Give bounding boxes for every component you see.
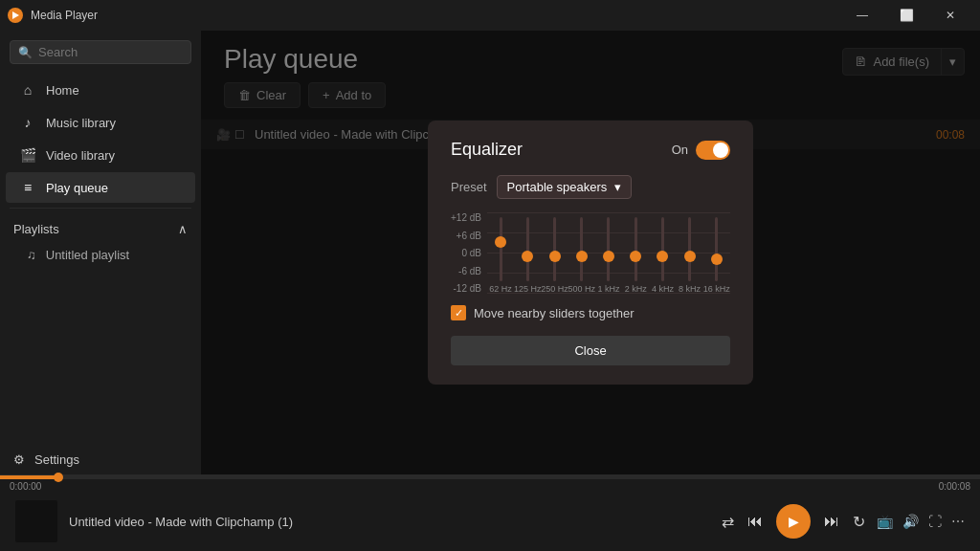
eq-freq-1khz: 1 kHz	[597, 284, 619, 294]
progress-fill	[0, 475, 58, 479]
queue-icon: ≡	[19, 180, 36, 195]
eq-track-4khz[interactable]	[661, 217, 664, 281]
eq-thumb-4khz[interactable]	[657, 251, 668, 262]
eq-preset-select[interactable]: Portable speakers ▾	[497, 175, 633, 199]
sidebar-item-video-library[interactable]: 🎬 Video library	[6, 140, 195, 170]
eq-thumb-500hz[interactable]	[576, 251, 588, 262]
more-options-button[interactable]: ⋯	[951, 514, 965, 529]
player-times: 0:00:00 0:00:08	[0, 479, 980, 492]
progress-dot	[54, 473, 63, 482]
eq-freq-16khz: 16 kHz	[703, 284, 730, 294]
volume-button[interactable]: 🔊	[902, 514, 919, 529]
eq-thumb-62hz[interactable]	[495, 236, 506, 248]
eq-track-16khz[interactable]	[715, 217, 718, 281]
eq-track-62hz[interactable]	[500, 217, 502, 281]
eq-track-125hz[interactable]	[526, 217, 529, 281]
video-icon: 🎬	[19, 147, 36, 163]
sidebar-item-video-label: Video library	[46, 148, 115, 163]
player-right-controls: 📺 🔊 ⛶ ⋯	[877, 514, 965, 529]
close-button[interactable]: ✕	[928, 0, 972, 31]
player-controls: ⇄ ⏮ ▶ ⏭ ↻	[722, 504, 865, 539]
playlists-collapse-icon: ∧	[178, 222, 188, 236]
sidebar-item-home-label: Home	[46, 83, 79, 98]
eq-toggle[interactable]: On	[672, 141, 730, 160]
eq-thumb-125hz[interactable]	[522, 251, 533, 262]
eq-track-2khz[interactable]	[635, 217, 637, 281]
sidebar-item-music-library[interactable]: ♪ Music library	[6, 107, 195, 138]
eq-move-nearby-checkbox[interactable]: ✓	[451, 305, 466, 320]
music-icon: ♪	[19, 115, 36, 130]
eq-freq-125hz: 125 Hz	[514, 284, 542, 294]
play-button[interactable]: ▶	[776, 504, 811, 539]
playlists-header[interactable]: Playlists ∧	[0, 216, 201, 242]
shuffle-button[interactable]: ⇄	[722, 513, 734, 531]
sidebar-item-home[interactable]: ⌂ Home	[6, 75, 195, 105]
eq-preset-label: Preset	[451, 180, 487, 194]
window-controls: — ⬜ ✕	[840, 0, 972, 31]
cast-button[interactable]: 📺	[877, 514, 893, 529]
equalizer-dialog: Equalizer On Preset Portable speakers ▾	[428, 121, 753, 385]
eq-band-2khz: 2 kHz	[622, 212, 649, 294]
eq-sliders-container: +12 dB +6 dB 0 dB -6 dB -12 dB	[451, 212, 730, 294]
eq-thumb-8khz[interactable]	[684, 251, 696, 262]
eq-close-button[interactable]: Close	[451, 336, 730, 365]
eq-label-plus6: +6 dB	[451, 231, 481, 241]
fullscreen-button[interactable]: ⛶	[928, 514, 942, 529]
next-button[interactable]: ⏭	[824, 513, 839, 530]
eq-band-1khz: 1 kHz	[595, 212, 622, 294]
settings-label: Settings	[34, 452, 79, 467]
sidebar: 🔍 ⌂ Home ♪ Music library 🎬 Video library…	[0, 31, 201, 474]
titlebar-left: Media Player	[8, 8, 98, 23]
player-main: Untitled video - Made with Clipchamp (1)…	[0, 492, 980, 551]
search-input[interactable]	[38, 45, 199, 59]
settings-icon: ⚙	[13, 452, 25, 467]
eq-toggle-track[interactable]	[696, 141, 730, 160]
eq-label-plus12: +12 dB	[451, 212, 481, 223]
eq-band-250hz: 250 Hz	[542, 212, 568, 294]
eq-label-zero: 0 dB	[451, 248, 481, 258]
eq-move-nearby-label: Move nearby sliders together	[474, 306, 635, 320]
playlist-icon: ♫	[27, 248, 36, 262]
titlebar: Media Player — ⬜ ✕	[0, 0, 980, 31]
overlay: Equalizer On Preset Portable speakers ▾	[201, 31, 980, 474]
eq-track-500hz[interactable]	[580, 217, 583, 281]
eq-band-8khz: 8 kHz	[677, 212, 703, 294]
minimize-button[interactable]: —	[840, 0, 884, 31]
eq-track-250hz[interactable]	[553, 217, 556, 281]
repeat-button[interactable]: ↻	[853, 513, 865, 531]
eq-sliders-area: 62 Hz 125 Hz	[487, 212, 730, 294]
eq-track-1khz[interactable]	[607, 217, 610, 281]
sidebar-divider	[10, 208, 191, 209]
eq-freq-4khz: 4 kHz	[652, 284, 674, 294]
eq-toggle-thumb	[713, 143, 728, 158]
eq-thumb-250hz[interactable]	[549, 251, 561, 262]
eq-thumb-16khz[interactable]	[711, 253, 723, 265]
eq-preset: Preset Portable speakers ▾	[451, 175, 730, 199]
sidebar-item-settings[interactable]: ⚙ Settings	[0, 445, 201, 474]
eq-freq-8khz: 8 kHz	[679, 284, 701, 294]
eq-preset-chevron: ▾	[614, 180, 621, 194]
eq-y-labels: +12 dB +6 dB 0 dB -6 dB -12 dB	[451, 212, 487, 294]
player-track-title: Untitled video - Made with Clipchamp (1)	[69, 515, 710, 529]
home-icon: ⌂	[19, 82, 36, 98]
eq-freq-500hz: 500 Hz	[568, 284, 595, 294]
eq-thumb-1khz[interactable]	[603, 251, 614, 262]
playlists-label: Playlists	[13, 222, 59, 236]
eq-track-8khz[interactable]	[688, 217, 691, 281]
sidebar-item-untitled-playlist[interactable]: ♫ Untitled playlist	[0, 242, 201, 268]
eq-band-500hz: 500 Hz	[568, 212, 595, 294]
sidebar-item-play-queue[interactable]: ≡ Play queue	[6, 172, 195, 203]
previous-button[interactable]: ⏮	[747, 513, 763, 530]
player-time-current: 0:00:00	[10, 481, 41, 492]
eq-title: Equalizer	[451, 140, 523, 160]
main-area: 🔍 ⌂ Home ♪ Music library 🎬 Video library…	[0, 31, 980, 474]
player-time-total: 0:00:08	[939, 481, 970, 492]
eq-freq-2khz: 2 kHz	[625, 284, 647, 294]
progress-bar[interactable]	[0, 475, 980, 479]
eq-sliders-row: 62 Hz 125 Hz	[487, 212, 730, 294]
search-box[interactable]: 🔍	[10, 40, 191, 64]
restore-button[interactable]: ⬜	[884, 0, 928, 31]
eq-thumb-2khz[interactable]	[630, 251, 641, 262]
eq-band-125hz: 125 Hz	[514, 212, 541, 294]
eq-label-minus6: -6 dB	[451, 266, 481, 276]
